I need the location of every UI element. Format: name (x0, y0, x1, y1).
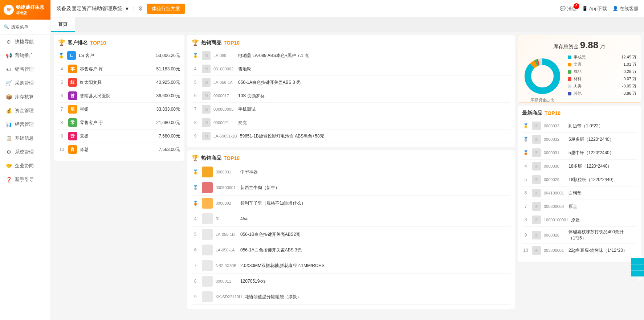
new-code-5: 0000029 (544, 177, 566, 182)
marketing-icon: 📢 (5, 53, 12, 58)
app-logo: 好 (4, 5, 14, 15)
legend-value-2: 0.25 万 (624, 69, 636, 74)
sidebar-item-system[interactable]: ⚙ 系统管理 (0, 145, 50, 159)
right-column: 库存总资金 9.88 万 (518, 35, 641, 317)
inventory-legend: 半成品 12.45 万 文具 1.01 万 成品 0.25 万 (568, 54, 636, 98)
brand-name: 畅捷通好生意 (16, 4, 44, 11)
sidebar-item-purchase[interactable]: 🛒 采购管理 (0, 76, 50, 90)
sidebar-item-basic-info[interactable]: 📋 基础信息 (0, 131, 50, 145)
dropdown-icon: ▼ (125, 6, 130, 12)
sidebar-item-inventory[interactable]: 📦 库存核算 (0, 90, 50, 104)
settings-icon[interactable]: ⚙ (138, 5, 143, 12)
sidebar-item-marketing[interactable]: 📢 营销推广 (0, 49, 50, 62)
message-btn[interactable]: 💬 消息 6 (560, 5, 576, 12)
hot-item-5: 5 LA-056-1B 056-1B白色按键开关壳ABS2壳 (192, 227, 510, 242)
new-img-4: 图 (532, 162, 541, 171)
finance-icon: 💰 (5, 108, 12, 114)
hot-rank-3: 🥉 (192, 201, 199, 206)
new-rank-6: 6 (522, 190, 529, 196)
legend-item-5: 其他 -3.86 万 (568, 91, 636, 96)
float-btn-community[interactable]: 服务社区 (631, 264, 644, 271)
new-name-9: 体碱嘉枝味苏打饮品400毫升（1*15） (568, 229, 637, 241)
main-area: 装备及固定资产辅助管理系统 ▼ | ⚙ 体验行业方案 💬 消息 6 📱 App下… (51, 0, 644, 320)
hot-name-3: 智利车子里（规格不知道填什么） (240, 200, 510, 206)
hot-rank-2: 🥈 (192, 185, 199, 190)
app-download-btn[interactable]: 📱 App下载 (582, 5, 607, 12)
sidebar-item-operation[interactable]: 📊 经营管理 (0, 118, 50, 131)
online-service-btn[interactable]: 👤 在线客服 (612, 5, 639, 12)
name-4: 苔南县人民医院 (80, 93, 154, 99)
hot-right-rank-5: 7 (192, 107, 199, 112)
legend-value-3: 0.07 万 (624, 76, 636, 82)
hot-right-code-5: 000800005 (213, 107, 235, 111)
amount-6: 21,680.00元 (156, 120, 180, 126)
new-img-2: 图 (532, 135, 541, 144)
new-rank-2: 🥈 (522, 137, 529, 142)
hot-code-3: 0000002 (216, 201, 237, 205)
hot-right-code-6: 0000021 (213, 120, 235, 125)
inventory-donut: 库存资金占比 (522, 56, 562, 96)
middle-column: 🏆 热销商品 TOP10 🥇 图 LA-089 电池盖 LA-089 ABS本色… (187, 35, 515, 317)
sidebar-label-inventory: 库存核算 (15, 94, 34, 100)
hot-right-code-7: LA-59651-1B (213, 134, 237, 138)
new-name-2: 5厘多层（1220*2440） (568, 136, 637, 143)
experience-btn[interactable]: 体验行业方案 (147, 4, 185, 14)
sidebar-item-finance[interactable]: 💰 资金管理 (0, 104, 50, 118)
search-menu-label: 搜索菜单 (11, 24, 28, 30)
legend-name-3: 材料 (574, 76, 621, 82)
sidebar-header: 好 畅捷通好生意 标准版 (0, 0, 50, 20)
nav-tabs: 首页 (51, 17, 644, 32)
new-products-header: 最新商品 TOP10 (522, 110, 637, 116)
float-btn-live[interactable]: 直播 (631, 271, 644, 276)
new-item-1: 🥇 图 0000033 封边带（1.0*22） (522, 119, 637, 133)
hot-right-rank-1: 🥇 (192, 53, 199, 58)
hot-img-4 (202, 213, 213, 224)
sidebar-item-corp-coop[interactable]: 🤝 企业协同 (0, 159, 50, 173)
sidebar-label-operation: 经营管理 (15, 121, 34, 128)
system-icon: ⚙ (5, 149, 12, 155)
hot-products-card: 🏆 热销商品 TOP10 🥇 0000001 中华神器 🥈 000500001 … (187, 150, 515, 309)
new-code-1: 0000033 (544, 124, 566, 128)
legend-dot-1 (568, 63, 571, 66)
sidebar-label-system: 系统管理 (15, 149, 34, 155)
hot-name-9: 花语萌值温分罐罐袋（厚款） (245, 294, 510, 300)
new-code-10: 003800001 (544, 248, 566, 253)
new-item-2: 🥈 图 0000032 5厘多层（1220*2440） (522, 133, 637, 146)
hot-img-8 (202, 276, 213, 287)
hot-right-name-3: 056-1A白色按键开关盖ABS 3 壳 (238, 79, 510, 86)
name-5: 星扬 (80, 106, 154, 112)
sidebar-search-area[interactable]: 🔍 搜索菜单 (0, 20, 50, 35)
hot-item-3: 🥉 0000002 智利车子里（规格不知道填什么） (192, 196, 510, 211)
tab-home[interactable]: 首页 (51, 17, 75, 32)
hot-name-5: 056-1B白色按键开关壳ABS2壳 (240, 231, 510, 238)
search-menu-btn[interactable]: 🔍 搜索菜单 (4, 22, 47, 32)
avatar-7: 云 (68, 132, 77, 140)
hot-code-5: LA-056-1B (216, 232, 237, 237)
phone-icon: 📱 (582, 6, 588, 11)
sidebar-item-guide[interactable]: ❓ 新手引导 (0, 173, 50, 186)
hot-right-rank-2: 4 (192, 66, 199, 71)
customer-ranking-card: 🏆 客户排名 TOP10 🥇 L LS 客户 53,006.26元 4 零 零售… (54, 35, 184, 161)
legend-item-2: 成品 0.25 万 (568, 69, 636, 74)
new-img-5: 图 (532, 175, 541, 184)
float-btn-service[interactable]: 客服热线 (631, 258, 644, 264)
sidebar-item-sales[interactable]: 🏷 销售管理 (0, 62, 50, 76)
hot-name-8: 12070519-xs (240, 279, 510, 284)
hot-right-code-3: LA-056-1A (213, 80, 235, 85)
new-name-5: 18颗粒板（1220*2440） (568, 177, 637, 183)
avatar-8: 肖 (68, 145, 77, 154)
sidebar-item-quick-nav[interactable]: ⊙ 快捷导航 (0, 35, 50, 49)
rank-num-8: 10 (58, 147, 65, 152)
service-icon: 👤 (612, 6, 618, 11)
hot-item-4: 4 01 45# (192, 211, 510, 227)
amount-7: 7,680.00元 (159, 133, 180, 139)
system-selector[interactable]: 装备及固定资产辅助管理系统 ▼ (56, 5, 130, 12)
hot-rank-1: 🥇 (192, 169, 199, 175)
new-img-7: 图 (532, 202, 541, 211)
hot-right-name-5: 手机测试 (238, 106, 510, 112)
donut-label: 库存资金占比 (530, 97, 554, 103)
hot-right-code-1: LA-089 (213, 53, 235, 58)
new-code-4: 0000030 (544, 164, 566, 168)
legend-value-5: -3.86 万 (622, 91, 636, 96)
new-rank-5: 5 (522, 177, 529, 182)
